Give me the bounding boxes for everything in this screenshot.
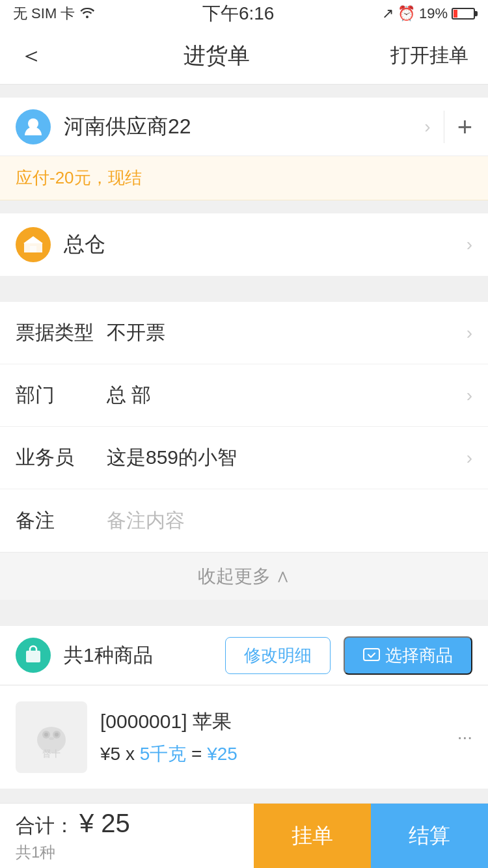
svg-text:督十: 督十 [42, 748, 61, 759]
svg-rect-3 [364, 649, 379, 660]
supplier-name: 河南供应商22 [64, 113, 424, 141]
dept-chevron-icon: › [467, 385, 472, 406]
collapse-button[interactable]: 收起更多 ∧ [0, 553, 488, 600]
section-gap-2 [0, 200, 488, 213]
svg-point-9 [44, 733, 48, 737]
total-label: 合计： [16, 813, 74, 839]
hang-button[interactable]: 挂单 [254, 804, 371, 869]
warehouse-name: 总仓 [64, 230, 467, 259]
products-count: 共1种商品 [64, 642, 212, 669]
invoice-label: 票据类型 [16, 319, 94, 346]
total-sub: 共1种 [16, 842, 238, 863]
remark-row[interactable]: 备注 备注内容 [0, 489, 488, 552]
product-price: ¥5 x 5千克 = ¥25 [100, 742, 444, 766]
section-gap-1 [0, 85, 488, 98]
warehouse-icon [16, 227, 51, 262]
svg-point-11 [49, 737, 54, 740]
total-main: 合计： ¥ 25 [16, 809, 238, 839]
dept-row[interactable]: 部门 总 部 › [0, 364, 488, 427]
warehouse-section: 总仓 › [0, 213, 488, 276]
chevron-right-icon: › [424, 116, 430, 137]
more-options-button[interactable]: ··· [457, 727, 472, 748]
total-section: 合计： ¥ 25 共1种 [0, 809, 254, 863]
equals-sign: = [191, 744, 207, 764]
product-item: 督十 [0000001] 苹果 ¥5 x 5千克 = ¥25 ··· [0, 686, 488, 789]
price-unit: ¥5 [100, 744, 120, 764]
product-total: ¥25 [207, 744, 237, 764]
invoice-chevron-icon: › [467, 323, 472, 344]
product-name: [0000001] 苹果 [100, 709, 444, 735]
wifi-icon [80, 5, 94, 22]
status-bar: 无 SIM 卡 下午6:16 ↗ ⏰ 19% [0, 0, 488, 27]
page-title: 进货单 [183, 41, 250, 71]
salesman-chevron-icon: › [467, 448, 472, 468]
invoice-row[interactable]: 票据类型 不开票 › [0, 302, 488, 364]
product-title: 苹果 [193, 711, 232, 732]
supplier-avatar [16, 109, 51, 144]
carrier-text: 无 SIM 卡 [13, 4, 75, 23]
status-time: 下午6:16 [202, 1, 275, 26]
salesman-label: 业务员 [16, 444, 94, 471]
svg-point-10 [55, 733, 59, 737]
products-header: 共1种商品 修改明细 选择商品 [0, 626, 488, 685]
open-hang-button[interactable]: 打开挂单 [390, 42, 468, 69]
select-icon [363, 645, 380, 666]
bottom-bar: 合计： ¥ 25 共1种 挂单 结算 [0, 803, 488, 868]
product-info: [0000001] 苹果 ¥5 x 5千克 = ¥25 [100, 709, 444, 766]
salesman-row[interactable]: 业务员 这是859的小智 › [0, 427, 488, 489]
location-icon: ↗ [382, 5, 394, 22]
status-right: ↗ ⏰ 19% [382, 5, 475, 22]
form-section: 票据类型 不开票 › 部门 总 部 › 业务员 这是859的小智 › 备注 备注… [0, 302, 488, 552]
product-code: [0000001] [100, 711, 187, 732]
battery-icon [452, 8, 475, 20]
hang-label: 挂单 [291, 822, 333, 850]
battery-fill [454, 10, 457, 18]
nav-bar: ＜ 进货单 打开挂单 [0, 27, 488, 85]
divider [444, 111, 444, 143]
supplier-notice: 应付-20元，现结 [0, 156, 488, 200]
svg-rect-2 [26, 651, 40, 662]
products-icon [16, 638, 51, 673]
select-product-label: 选择商品 [385, 644, 453, 667]
warehouse-chevron-icon: › [467, 234, 472, 255]
total-amount: ¥ 25 [79, 809, 130, 838]
svg-rect-1 [30, 246, 36, 252]
remark-input[interactable]: 备注内容 [107, 508, 472, 534]
warehouse-row[interactable]: 总仓 › [0, 213, 488, 276]
supplier-section: 河南供应商22 › + 应付-20元，现结 [0, 98, 488, 200]
battery-percent: 19% [419, 5, 448, 22]
back-button[interactable]: ＜ [20, 40, 43, 72]
alarm-icon: ⏰ [398, 5, 415, 22]
checkout-label: 结算 [409, 822, 450, 850]
section-gap-3 [0, 276, 488, 289]
remark-label: 备注 [16, 508, 94, 534]
status-left: 无 SIM 卡 [13, 4, 94, 23]
salesman-value: 这是859的小智 [107, 444, 467, 471]
dept-value: 总 部 [107, 382, 467, 409]
checkout-button[interactable]: 结算 [371, 804, 488, 869]
product-thumbnail: 督十 [16, 701, 87, 773]
add-supplier-button[interactable]: + [457, 114, 472, 140]
supplier-row[interactable]: 河南供应商22 › + [0, 98, 488, 156]
product-qty: 5千克 [140, 744, 187, 764]
section-gap-4 [0, 600, 488, 613]
dept-label: 部门 [16, 382, 94, 409]
select-product-button[interactable]: 选择商品 [344, 636, 472, 675]
collapse-label: 收起更多 ∧ [198, 564, 291, 589]
edit-detail-button[interactable]: 修改明细 [225, 637, 331, 674]
invoice-value: 不开票 [107, 319, 467, 346]
multiply-sign: x [126, 744, 140, 764]
